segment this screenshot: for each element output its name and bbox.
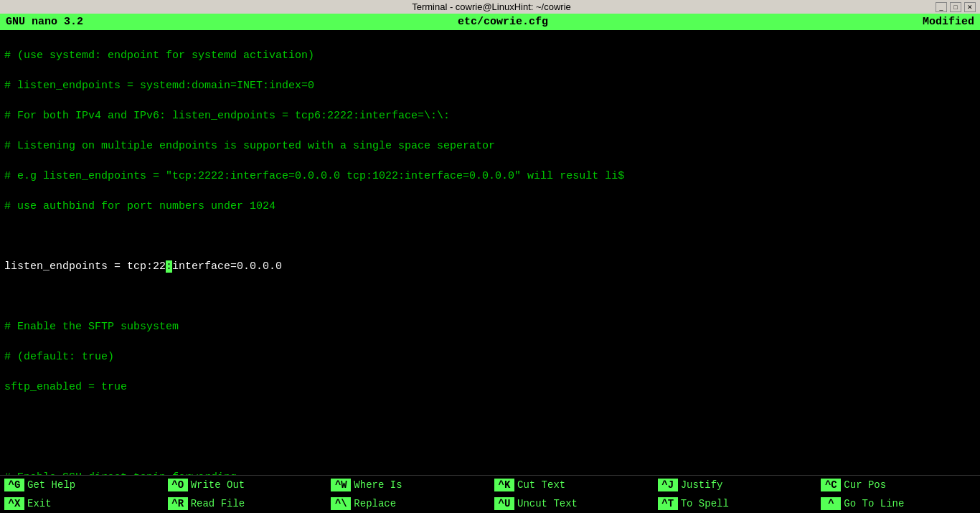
- shortcut-key: ^X: [4, 497, 24, 510]
- editor-line: [4, 229, 976, 244]
- nano-header: GNU nano 3.2 etc/cowrie.cfg Modified: [0, 14, 980, 30]
- editor-line: # Enable SSH direct-tcpip forwarding: [4, 470, 976, 475]
- shortcut-cut-text[interactable]: ^K Cut Text: [490, 476, 654, 494]
- shortcut-go-to-line[interactable]: ^ Go To Line: [816, 494, 980, 513]
- editor-line: [4, 440, 976, 455]
- shortcut-replace[interactable]: ^\ Replace: [326, 494, 490, 513]
- editor-line: # use authbind for port numbers under 10…: [4, 199, 976, 214]
- shortcut-label: Cur Pos: [844, 479, 886, 491]
- shortcut-label: Go To Line: [844, 498, 904, 509]
- minimize-button[interactable]: _: [936, 2, 947, 12]
- shortcut-key: ^: [821, 497, 841, 510]
- shortcut-cur-pos[interactable]: ^C Cur Pos: [816, 476, 980, 494]
- editor-line: [4, 289, 976, 304]
- close-button[interactable]: ✕: [964, 2, 976, 12]
- editor-area[interactable]: # (use systemd: endpoint for systemd act…: [0, 30, 980, 475]
- editor-line: # (default: true): [4, 349, 976, 364]
- shortcut-to-spell[interactable]: ^T To Spell: [654, 494, 817, 513]
- nano-filename: etc/cowrie.cfg: [458, 16, 548, 28]
- shortcut-uncut-text[interactable]: ^U Uncut Text: [490, 494, 654, 513]
- editor-line: # listen_endpoints = systemd:domain=INET…: [4, 78, 976, 93]
- titlebar: Terminal - cowrie@LinuxHint: ~/cowrie _ …: [0, 0, 980, 14]
- editor-line: # For both IPv4 and IPv6: listen_endpoin…: [4, 108, 976, 123]
- shortcut-label: To Spell: [681, 498, 729, 509]
- shortcut-key: ^K: [494, 479, 514, 491]
- shortcut-key: ^T: [658, 497, 678, 510]
- shortcut-label: Exit: [27, 498, 52, 509]
- editor-line: # e.g listen_endpoints = "tcp:2222:inter…: [4, 169, 976, 184]
- titlebar-controls[interactable]: _ □ ✕: [936, 2, 976, 12]
- shortcut-key: ^U: [494, 497, 514, 510]
- shortcut-key: ^O: [168, 479, 188, 491]
- editor-line: [4, 410, 976, 425]
- shortcut-key: ^W: [331, 479, 351, 491]
- shortcut-key: ^G: [4, 479, 24, 491]
- shortcut-label: Read File: [191, 498, 245, 509]
- editor-line: # (use systemd: endpoint for systemd act…: [4, 48, 976, 63]
- editor-line: # Enable the SFTP subsystem: [4, 319, 976, 334]
- shortcut-label: Where Is: [354, 479, 402, 491]
- shortcut-key: ^\: [331, 497, 351, 510]
- shortcuts-bar: ^G Get Help ^O Write Out ^W Where Is ^K …: [0, 475, 980, 513]
- nano-version: GNU nano 3.2: [6, 16, 83, 28]
- shortcut-write-out[interactable]: ^O Write Out: [164, 476, 327, 494]
- cursor: :: [166, 260, 172, 273]
- shortcut-where-is[interactable]: ^W Where Is: [326, 476, 490, 494]
- shortcut-label: Cut Text: [517, 479, 565, 491]
- editor-line: # Listening on multiple endpoints is sup…: [4, 138, 976, 154]
- shortcut-exit[interactable]: ^X Exit: [0, 494, 164, 513]
- nano-modified: Modified: [923, 16, 974, 28]
- editor-line: sftp_enabled = true: [4, 380, 976, 395]
- shortcut-label: Justify: [681, 479, 723, 491]
- shortcut-get-help[interactable]: ^G Get Help: [0, 476, 164, 494]
- shortcut-justify[interactable]: ^J Justify: [654, 476, 817, 494]
- shortcut-label: Replace: [354, 498, 396, 509]
- maximize-button[interactable]: □: [950, 2, 961, 12]
- shortcut-label: Write Out: [191, 479, 245, 491]
- titlebar-title: Terminal - cowrie@LinuxHint: ~/cowrie: [47, 1, 936, 12]
- shortcut-label: Uncut Text: [517, 498, 578, 509]
- shortcut-key: ^C: [821, 479, 841, 491]
- shortcut-key: ^R: [168, 497, 188, 510]
- shortcut-key: ^J: [658, 479, 678, 491]
- editor-line-active: listen_endpoints = tcp:22:interface=0.0.…: [4, 259, 976, 274]
- shortcut-label: Get Help: [27, 479, 75, 491]
- shortcut-read-file[interactable]: ^R Read File: [164, 494, 327, 513]
